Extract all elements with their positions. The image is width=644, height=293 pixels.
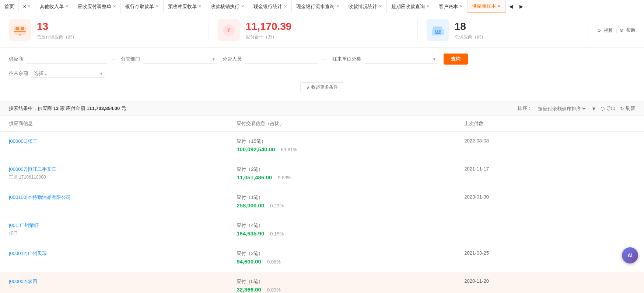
nav-tab-overdue[interactable]: 超期应收款查询 ✕ [387, 0, 434, 13]
sort-select[interactable]: 按应付余额倒序排序 [536, 106, 587, 112]
table-row: [000007]恒旺二手叉车 王通 17106110000 应付（2笔） 11,… [0, 160, 644, 188]
nav-tab-3-close[interactable]: ✕ [27, 4, 31, 9]
result-prefix: 搜索结果中，供应商 [9, 106, 52, 111]
nav-next-arrow[interactable]: ▶ [516, 0, 526, 13]
filter-row-1: 供应商 ··· 分管部门 ▼ 分管人员 ··· 往来单位分类 ▼ 查询 [9, 54, 635, 65]
export-button[interactable]: ⬡ 导出 [601, 105, 616, 112]
refresh-icon: ↻ [620, 106, 624, 111]
cell-supplier-1: [000007]恒旺二手叉车 王通 17106110000 [9, 166, 237, 180]
person-dots[interactable]: ··· [321, 56, 326, 62]
nav-tab-ar-ap-close[interactable]: ✕ [113, 4, 116, 9]
tx-amount-5[interactable]: 32,366.00 [237, 286, 261, 293]
stats-bar: ¥ 13 总应付供应商（家） ¥ 11,170.39 应付合计（万） [0, 13, 644, 48]
stat-label-total-suppliers: 总供应商（家） [455, 34, 486, 40]
nav-tab-home[interactable]: 首页 [0, 0, 19, 13]
category-input[interactable] [364, 55, 438, 63]
table-header: 供应商信息 应付交易信息（占比） 上次付数 [0, 116, 644, 132]
filter-dept: 分管部门 ▼ [121, 55, 217, 63]
tx-amount-4[interactable]: 94,600.00 [237, 258, 261, 265]
stat-label-payable-suppliers: 总应付供应商（家） [37, 34, 77, 40]
nav-tab-pre-receive-label: 预收冲应收单 [168, 3, 197, 10]
nav-tab-payment-close[interactable]: ✕ [241, 4, 244, 9]
help-link[interactable]: 帮助 [626, 27, 635, 34]
tx-percent-2: 0.23% [270, 203, 284, 208]
nav-tab-bank-close[interactable]: ✕ [155, 4, 159, 9]
supplier-dots[interactable]: ··· [110, 56, 115, 62]
last-pay-2: 2023-01-30 [464, 194, 489, 200]
top-nav: 首页 3 ✕ 其他收入单 ✕ 应收应付调整单 ✕ 银行存取款单 ✕ 预收冲应收单… [0, 0, 644, 13]
ai-button[interactable]: Ai [622, 247, 638, 263]
nav-tab-receipt[interactable]: 收款情况统计 ✕ [344, 0, 387, 13]
supplier-link-0[interactable]: [000001]张三 [9, 138, 37, 144]
tx-amount-2[interactable]: 258,000.00 [237, 202, 264, 208]
tx-label-3: 应付（4笔） [237, 222, 464, 229]
nav-tab-cash-stat[interactable]: 现金银行统计 ✕ [249, 0, 292, 13]
nav-tab-customer[interactable]: 客户账本 ✕ [434, 0, 468, 13]
cell-supplier-3: [001]广州荣轩 仔仔 [9, 222, 237, 237]
nav-tab-3[interactable]: 3 ✕ [19, 0, 35, 13]
stat-block-payable-amount: ¥ 11,170.39 应付合计（万） [218, 19, 418, 41]
filter-balance: 往来余额 ▼ [9, 69, 105, 78]
last-pay-0: 2022-08-08 [464, 138, 489, 144]
dept-label: 分管部门 [121, 56, 140, 62]
refresh-label: 刷新 [626, 105, 635, 112]
tx-amount-0[interactable]: 100,092,540.00 [237, 146, 275, 152]
video-link[interactable]: 视频 [604, 27, 613, 34]
nav-tab-bank[interactable]: 银行存取款单 ✕ [121, 0, 164, 13]
supplier-link-1[interactable]: [000007]恒旺二手叉车 [9, 166, 56, 172]
search-button[interactable]: 查询 [444, 54, 468, 65]
tx-row-0: 100,092,540.00 89.61% [237, 145, 464, 154]
svg-rect-10 [437, 30, 438, 32]
nav-tab-supplier[interactable]: 供应商账本 ✕ [468, 0, 505, 13]
nav-tab-customer-close[interactable]: ✕ [459, 4, 463, 9]
filter-person: 分管人员 ··· [223, 55, 326, 63]
nav-tab-cash-flow[interactable]: 现金银行流水查询 ✕ [292, 0, 344, 13]
person-label: 分管人员 [223, 56, 242, 62]
separator: | [616, 28, 617, 33]
nav-tab-pre-receive-close[interactable]: ✕ [198, 4, 202, 9]
table-row: [001]广州荣轩 仔仔 应付（4笔） 164,635.90 0.15% [0, 216, 644, 244]
tx-row-5: 32,366.00 0.03% [237, 285, 464, 293]
tx-label-4: 应付（2笔） [237, 250, 464, 257]
collapse-button[interactable]: ∧ 收起更多条件 [300, 82, 344, 92]
nav-tab-receipt-close[interactable]: ✕ [379, 4, 382, 9]
dept-input[interactable] [143, 55, 217, 63]
tx-amount-1[interactable]: 11,051,486.00 [237, 174, 272, 180]
nav-tab-pre-receive[interactable]: 预收冲应收单 ✕ [164, 0, 206, 13]
supplier-input[interactable] [26, 55, 107, 63]
tx-percent-5: 0.03% [267, 287, 281, 293]
nav-tab-cash-stat-close[interactable]: ✕ [284, 4, 287, 9]
person-input[interactable] [245, 55, 318, 63]
nav-tab-other-income-label: 其他收入单 [40, 3, 64, 10]
nav-prev-arrow[interactable]: ◀ [505, 0, 516, 13]
nav-tab-supplier-close[interactable]: ✕ [497, 4, 501, 8]
tx-amount-3[interactable]: 164,635.90 [237, 230, 264, 237]
balance-input[interactable] [31, 69, 105, 78]
top-right-links: ⊙ 视频 | ⊙ 帮助 [597, 27, 635, 34]
svg-rect-1 [15, 27, 19, 30]
cell-tx-5: 应付（5笔） 32,366.00 0.03% [237, 278, 464, 293]
result-middle: 家 应付金额 [60, 106, 85, 111]
supplier-link-2[interactable]: [000100]本特勤油品有限公司 [9, 194, 71, 200]
cell-lastpay-1: 2021-11-17 [464, 166, 635, 172]
cell-supplier-2: [000100]本特勤油品有限公司 [9, 194, 237, 201]
nav-tab-overdue-close[interactable]: ✕ [426, 4, 430, 9]
tx-percent-0: 89.61% [281, 147, 297, 152]
refresh-button[interactable]: ↻ 刷新 [620, 105, 635, 112]
nav-tab-ar-ap[interactable]: 应收应付调整单 ✕ [73, 0, 121, 13]
tx-label-5: 应付（5笔） [237, 278, 464, 285]
collapse-label: 收起更多条件 [311, 84, 338, 90]
supplier-link-4[interactable]: [000012]广州贝瑞 [9, 251, 47, 256]
nav-tab-payment[interactable]: 收款核销执行 ✕ [206, 0, 249, 13]
supplier-link-5[interactable]: [000002]李四 [9, 279, 37, 284]
nav-tab-other-income-close[interactable]: ✕ [65, 4, 69, 9]
result-actions: 排序： 按应付余额倒序排序 ▼ ⬡ 导出 ↻ 刷新 [518, 105, 635, 112]
supplier-link-3[interactable]: [001]广州荣轩 [9, 223, 39, 228]
svg-rect-9 [435, 30, 436, 32]
nav-tab-other-income[interactable]: 其他收入单 ✕ [35, 0, 73, 13]
tx-label-0: 应付（15笔） [237, 138, 464, 145]
nav-tab-bank-label: 银行存取款单 [125, 3, 154, 10]
nav-tab-3-label: 3 [23, 4, 26, 9]
nav-tab-cash-flow-close[interactable]: ✕ [336, 4, 339, 9]
svg-rect-3 [14, 31, 26, 32]
